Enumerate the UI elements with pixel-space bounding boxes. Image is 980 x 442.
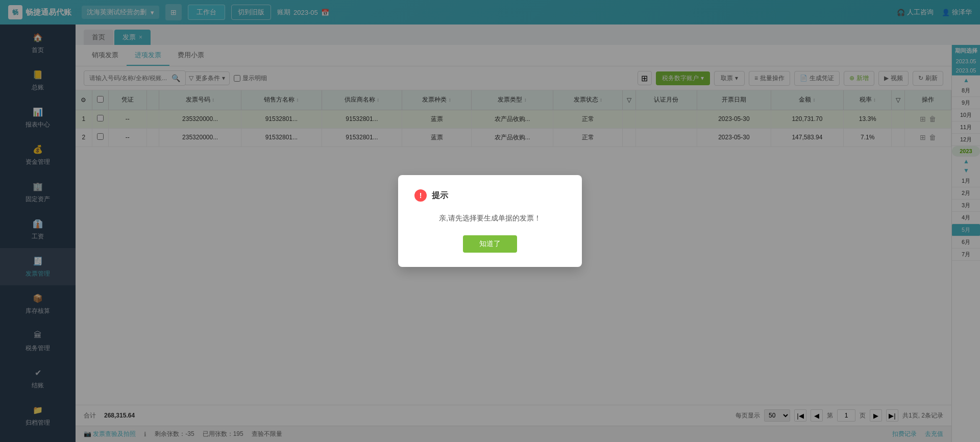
modal-warning-icon: ! (414, 189, 427, 202)
modal-message: 亲,请先选择要生成单据的发票！ (414, 212, 566, 225)
modal-overlay[interactable]: ! 提示 亲,请先选择要生成单据的发票！ 知道了 (0, 0, 980, 442)
modal-footer: 知道了 (414, 235, 566, 253)
modal-title-row: ! 提示 (414, 189, 566, 202)
modal-dialog: ! 提示 亲,请先选择要生成单据的发票！ 知道了 (398, 175, 582, 267)
modal-title: 提示 (432, 190, 448, 201)
modal-ok-button[interactable]: 知道了 (463, 235, 517, 253)
